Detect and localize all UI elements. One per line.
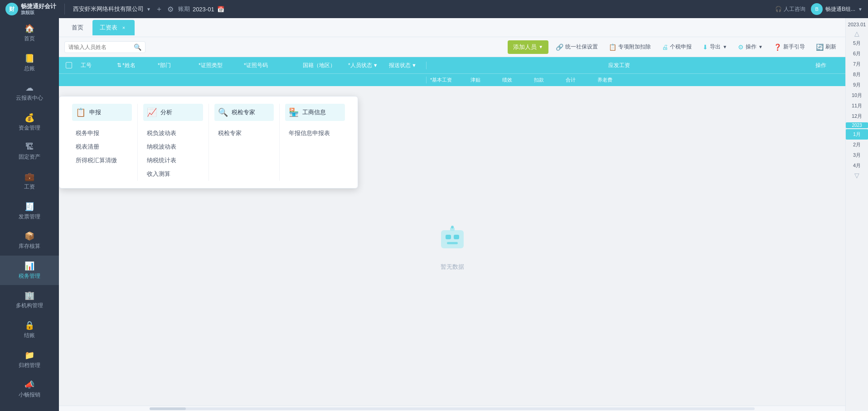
tax-shenbao-item[interactable]: 税务申报 [72, 126, 132, 140]
sidebar-label-tax: 税务管理 [19, 273, 40, 280]
search-input[interactable] [68, 44, 132, 50]
sidebar-item-inventory[interactable]: 📦 库存核算 [0, 226, 59, 256]
tab-salary[interactable]: 工资表 × [92, 20, 135, 35]
scroll-bar[interactable] [59, 406, 845, 411]
add-person-chevron-icon: ▼ [538, 44, 543, 49]
tax-qingdan-item[interactable]: 税表清册 [72, 140, 132, 154]
svg-rect-3 [447, 242, 458, 244]
tax-report-label: 个税申报 [670, 43, 692, 51]
calendar-month-12[interactable]: 12月 [846, 111, 868, 121]
sidebar-item-close[interactable]: 🔒 结账 [0, 315, 59, 345]
calendar-month-3[interactable]: 3月 [846, 150, 868, 160]
fund-icon: 💰 [24, 113, 34, 123]
sidebar-item-basic[interactable]: ⚙ 基础设置 [0, 404, 59, 411]
nashui-tongjibiao-item[interactable]: 纳税统计表 [143, 154, 203, 167]
refresh-icon: 🔄 [816, 44, 824, 51]
sort-up-icon: ⇅ [117, 62, 121, 68]
th-name: ⇅ *姓名 [113, 62, 154, 69]
sidebar-item-changtui[interactable]: 📣 小畅报销 [0, 374, 59, 404]
nashui-biaodong-item[interactable]: 纳税波动表 [143, 140, 203, 154]
user-area[interactable]: B 畅捷通B组... ▼ [811, 3, 863, 15]
company-selector[interactable]: 西安虾米网络科技有限公司 ▼ [73, 5, 151, 13]
social-security-icon: 🔗 [556, 44, 563, 51]
person-status-filter-icon[interactable]: ▼ [373, 63, 378, 68]
operations-button[interactable]: ⚙ 操作 ▼ [734, 41, 766, 53]
period-label: 账期 [178, 5, 190, 13]
refresh-label: 刷新 [825, 43, 836, 51]
add-person-button[interactable]: 添加人员 ▼ [508, 40, 548, 54]
shouru-cesuan-item[interactable]: 收入测算 [143, 167, 203, 181]
svg-point-5 [451, 226, 454, 228]
cloud-icon: ☁ [25, 83, 34, 93]
sidebar-label-archive: 归档管理 [19, 362, 40, 369]
calendar-month-8[interactable]: 8月 [846, 69, 868, 80]
th-allowance: 津贴 [467, 77, 499, 83]
th-checkbox[interactable] [61, 62, 77, 68]
tab-close-button[interactable]: × [120, 24, 127, 31]
scroll-thumb[interactable] [150, 407, 186, 410]
tax-report-button[interactable]: 🖨 个税申报 [658, 41, 695, 53]
sidebar-item-fund[interactable]: 💰 资金管理 [0, 107, 59, 137]
logo-sub: 旗舰版 [21, 10, 56, 15]
sidebar-item-tax[interactable]: 📊 税务管理 [0, 256, 59, 285]
sidebar-item-home[interactable]: 🏠 首页 [0, 18, 59, 48]
th-report-status: 报送状态 ▼ [385, 62, 426, 69]
dropdown-section-gongshang: 🏪 工商信息 年报信息申报表 [280, 104, 350, 181]
add-company-button[interactable]: ＋ [155, 5, 163, 14]
calendar-month-1[interactable]: 1月 [846, 129, 868, 140]
shufu-biaodong-item[interactable]: 税负波动表 [143, 126, 203, 140]
sidebar-item-fixed-assets[interactable]: 🏗 固定资产 [0, 137, 59, 166]
special-deduct-button[interactable]: 📋 专项附加扣除 [605, 41, 655, 53]
shenbao-header: 📋 申报 [72, 104, 132, 121]
calendar-month-10[interactable]: 10月 [846, 90, 868, 101]
calendar-month-11[interactable]: 11月 [846, 101, 868, 111]
suode-huisuan-item[interactable]: 所得税汇算清缴 [72, 154, 132, 167]
sidebar-item-archive[interactable]: 📁 归档管理 [0, 345, 59, 375]
shenbao-icon: 📋 [76, 107, 86, 117]
calendar-icon[interactable]: 📅 [217, 6, 224, 13]
company-name: 西安虾米网络科技有限公司 [73, 5, 144, 13]
sidebar-item-salary[interactable]: 💼 工资 [0, 166, 59, 196]
shuijian-item[interactable]: 税检专家 [214, 126, 274, 140]
guide-button[interactable]: ❓ 新手引导 [770, 41, 809, 53]
close-period-icon: 🔒 [24, 320, 34, 330]
sidebar-label-fixed: 固定资产 [19, 154, 40, 161]
invoice-icon: 🧾 [24, 202, 34, 212]
calendar-month-5[interactable]: 5月 [846, 38, 868, 48]
salary-icon: 💼 [24, 172, 34, 182]
guide2-label: 新手引导 [783, 43, 805, 51]
calendar-month-2[interactable]: 2月 [846, 140, 868, 150]
inventory-icon: 📦 [24, 231, 34, 241]
archive-icon: 📁 [24, 350, 34, 360]
operations-chevron-icon: ▼ [758, 44, 763, 49]
social-security-button[interactable]: 🔗 统一社保设置 [552, 41, 601, 53]
sidebar-label-salary: 工资 [24, 184, 35, 191]
report-status-filter-icon[interactable]: ▼ [412, 63, 417, 68]
sidebar-item-multi-org[interactable]: 🏢 多机构管理 [0, 285, 59, 315]
search-wrap: 🔍 [64, 41, 145, 53]
export-button[interactable]: ⬇ 导出 ▼ [699, 41, 731, 53]
search-icon: 🔍 [134, 44, 141, 51]
header-checkbox[interactable] [66, 62, 72, 68]
sidebar-item-cloud-report[interactable]: ☁ 云报表中心 [0, 77, 59, 107]
th-payroll-group: 应发工资 [426, 62, 812, 69]
tab-home[interactable]: 首页 [64, 20, 91, 35]
sidebar-item-ledger[interactable]: 📒 总账 [0, 48, 59, 78]
calendar-down-button[interactable]: ▽ [853, 171, 860, 180]
sidebar-label-ledger: 总账 [24, 65, 35, 73]
ledger-icon: 📒 [24, 53, 34, 63]
th-action-header: 操作 [812, 62, 844, 69]
home-icon: 🏠 [24, 24, 34, 34]
calendar-month-9[interactable]: 9月 [846, 80, 868, 90]
refresh-button[interactable]: 🔄 刷新 [812, 41, 840, 53]
calendar-month-7[interactable]: 7月 [846, 59, 868, 69]
fenxi-title: 分析 [160, 108, 172, 116]
calendar-up-button[interactable]: △ [853, 29, 860, 38]
nianbao-item[interactable]: 年报信息申报表 [285, 126, 345, 140]
service-button[interactable]: 🎧 人工咨询 [775, 5, 805, 13]
sidebar-item-invoice[interactable]: 🧾 发票管理 [0, 196, 59, 226]
calendar-month-6[interactable]: 6月 [846, 48, 868, 59]
content-area: 首页 工资表 × 🔍 添加人员 ▼ 🔗 [59, 18, 845, 411]
settings-button[interactable]: ⚙ [167, 5, 174, 14]
calendar-month-4[interactable]: 4月 [846, 160, 868, 171]
